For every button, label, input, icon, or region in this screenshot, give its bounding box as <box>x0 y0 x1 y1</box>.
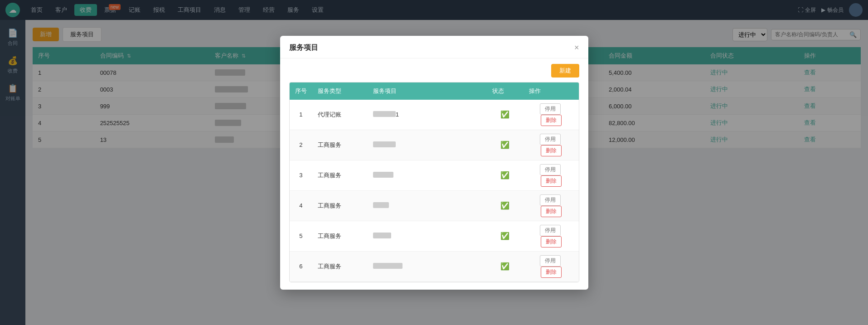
modal-cell-status: ✅ <box>487 251 524 281</box>
modal-cell-project: ██1 <box>368 100 487 130</box>
modal-cell-seq: 7 <box>290 281 313 282</box>
status-check-icon: ✅ <box>500 202 509 209</box>
stop-button[interactable]: 停用 <box>540 194 561 206</box>
modal-cell-type: 工商服务 <box>312 190 368 221</box>
modal-body: 新建 序号 服务类型 服务项目 状态 操作 1 代 <box>280 58 588 290</box>
status-check-icon: ✅ <box>500 141 509 149</box>
modal-overlay[interactable]: 服务项目 × 新建 序号 服务类型 服务项目 状态 操作 <box>0 0 868 325</box>
delete-button[interactable]: 删除 <box>541 267 562 278</box>
stop-button[interactable]: 停用 <box>540 103 561 115</box>
modal-cell-seq: 5 <box>290 221 313 251</box>
modal-close-button[interactable]: × <box>574 44 579 52</box>
modal-table-row: 7 工商服务 ███ ✅ 停用 删除 <box>290 281 579 282</box>
delete-button[interactable]: 删除 <box>541 236 562 247</box>
modal-cell-type: 工商服务 <box>312 281 368 282</box>
modal-cell-status: ✅ <box>487 281 524 282</box>
modal-th-action: 操作 <box>524 82 579 100</box>
modal-toolbar: 新建 <box>289 64 579 78</box>
modal-cell-type: 工商服务 <box>312 251 368 281</box>
modal-cell-status: ✅ <box>487 160 524 190</box>
modal-table: 序号 服务类型 服务项目 状态 操作 1 代理记账 ██1 ✅ 停用 <box>290 82 579 282</box>
modal-cell-project: ███ <box>368 190 487 221</box>
service-modal: 服务项目 × 新建 序号 服务类型 服务项目 状态 操作 <box>280 36 588 290</box>
modal-cell-project: ███ <box>368 281 487 282</box>
modal-table-row: 5 工商服务 ███ ✅ 停用 删除 <box>290 221 579 251</box>
modal-cell-seq: 6 <box>290 251 313 281</box>
modal-cell-action: 停用 删除 <box>524 281 579 282</box>
modal-table-row: 4 工商服务 ███ ✅ 停用 删除 <box>290 190 579 221</box>
modal-table-row: 2 工商服务 ████ ✅ 停用 删除 <box>290 130 579 160</box>
modal-cell-status: ✅ <box>487 100 524 130</box>
modal-cell-type: 工商服务 <box>312 130 368 160</box>
modal-cell-action: 停用 删除 <box>524 130 579 160</box>
modal-cell-action: 停用 删除 <box>524 190 579 221</box>
modal-cell-action: 停用 删除 <box>524 100 579 130</box>
modal-new-button[interactable]: 新建 <box>551 64 579 78</box>
modal-cell-project: ████ <box>368 130 487 160</box>
status-check-icon: ✅ <box>500 232 509 240</box>
modal-cell-type: 工商服务 <box>312 221 368 251</box>
stop-button[interactable]: 停用 <box>540 164 561 175</box>
delete-button[interactable]: 删除 <box>541 145 562 156</box>
status-check-icon: ✅ <box>500 171 509 179</box>
modal-table-row: 1 代理记账 ██1 ✅ 停用 删除 <box>290 100 579 130</box>
delete-button[interactable]: 删除 <box>541 175 562 187</box>
modal-cell-status: ✅ <box>487 190 524 221</box>
delete-button[interactable]: 删除 <box>541 206 562 217</box>
modal-th-type: 服务类型 <box>312 82 368 100</box>
modal-cell-seq: 3 <box>290 160 313 190</box>
modal-table-wrap[interactable]: 序号 服务类型 服务项目 状态 操作 1 代理记账 ██1 ✅ 停用 <box>289 82 579 282</box>
modal-cell-seq: 4 <box>290 190 313 221</box>
modal-cell-action: 停用 删除 <box>524 251 579 281</box>
modal-cell-status: ✅ <box>487 130 524 160</box>
modal-cell-project: ████ <box>368 160 487 190</box>
status-check-icon: ✅ <box>500 262 509 270</box>
modal-th-seq: 序号 <box>290 82 313 100</box>
modal-cell-project: ███ <box>368 221 487 251</box>
modal-cell-status: ✅ <box>487 221 524 251</box>
modal-table-row: 3 工商服务 ████ ✅ 停用 删除 <box>290 160 579 190</box>
modal-title: 服务项目 <box>289 43 318 53</box>
modal-table-row: 6 工商服务 █████ ✅ 停用 删除 <box>290 251 579 281</box>
stop-button[interactable]: 停用 <box>540 134 561 145</box>
modal-cell-seq: 2 <box>290 130 313 160</box>
modal-th-status: 状态 <box>487 82 524 100</box>
modal-cell-type: 工商服务 <box>312 160 368 190</box>
modal-cell-action: 停用 删除 <box>524 160 579 190</box>
modal-th-project: 服务项目 <box>368 82 487 100</box>
stop-button[interactable]: 停用 <box>540 225 561 236</box>
status-check-icon: ✅ <box>500 111 509 118</box>
modal-header: 服务项目 × <box>280 36 588 58</box>
stop-button[interactable]: 停用 <box>540 255 561 267</box>
modal-cell-type: 代理记账 <box>312 100 368 130</box>
modal-cell-project: █████ <box>368 251 487 281</box>
modal-cell-seq: 1 <box>290 100 313 130</box>
modal-cell-action: 停用 删除 <box>524 221 579 251</box>
delete-button[interactable]: 删除 <box>541 115 562 126</box>
